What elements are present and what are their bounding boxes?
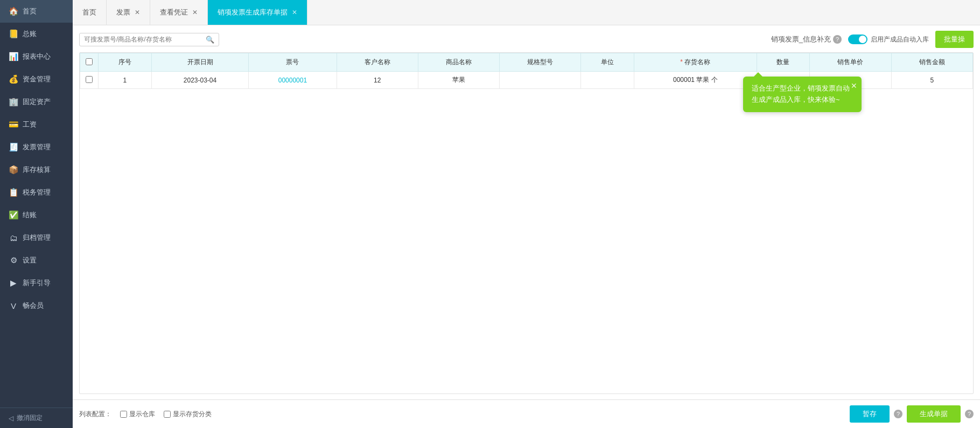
table-header-row: 序号 开票日期 票号 客户名称 商品名称 规格型号 单位 * 存货名称 数量 销… [80, 53, 973, 72]
guide-icon: ▶ [9, 278, 18, 288]
header-date: 开票日期 [151, 53, 249, 72]
home-icon: 🏠 [9, 6, 18, 16]
show-category-label[interactable]: 显示存货分类 [164, 410, 212, 419]
sidebar-item-inventory[interactable]: 📦 库存核算 [0, 158, 73, 181]
header-checkbox-cell[interactable] [80, 53, 99, 72]
search-box[interactable]: 🔍 [79, 33, 219, 46]
generate-button[interactable]: 生成单据 [907, 405, 961, 423]
info-icon: ? [833, 35, 842, 44]
tab-voucher-close[interactable]: ✕ [192, 9, 198, 16]
header-unit: 单位 [581, 53, 634, 72]
header-qty: 数量 [757, 53, 810, 72]
row-seq: 1 [99, 72, 152, 89]
sidebar-footer[interactable]: ◁ 撤消固定 [0, 408, 73, 428]
batch-button[interactable]: 批量操 [935, 31, 974, 48]
header-ticket: 票号 [249, 53, 337, 72]
row-unit [581, 72, 634, 89]
search-icon: 🔍 [206, 36, 214, 44]
header-customer: 客户名称 [337, 53, 418, 72]
toolbar-right: 销项发票_信息补充 ? 启用产成品自动入库 批量操 [771, 31, 974, 48]
settings-icon: ⚙ [9, 256, 18, 265]
sidebar-item-guide[interactable]: ▶ 新手引导 [0, 272, 73, 294]
row-amount: 5 [891, 72, 972, 89]
header-inventory: * 存货名称 [634, 53, 757, 72]
ledger-icon: 📒 [9, 29, 18, 39]
sidebar-item-salary[interactable]: 💳 工资 [0, 113, 73, 136]
unpin-icon: ◁ [9, 415, 13, 422]
sidebar-item-assets[interactable]: 🏢 固定资产 [0, 91, 73, 113]
row-checkbox-cell[interactable] [80, 72, 99, 89]
tab-home[interactable]: 首页 [73, 0, 107, 25]
sidebar-item-invoice[interactable]: 🧾 发票管理 [0, 136, 73, 158]
tab-bar: 首页 发票 ✕ 查看凭证 ✕ 销项发票生成库存单据 ✕ [73, 0, 980, 25]
row-product: 苹果 [418, 72, 499, 89]
tab-invoice[interactable]: 发票 ✕ [107, 0, 150, 25]
sidebar-item-ledger[interactable]: 📒 总账 [0, 23, 73, 45]
tooltip-close-button[interactable]: ✕ [851, 80, 857, 92]
toggle-group: 启用产成品自动入库 [848, 34, 929, 44]
tooltip-popup: ✕ 适合生产型企业，销项发票自动生成产成品入库，快来体验~ [743, 77, 862, 112]
sidebar-item-archive[interactable]: 🗂 归档管理 [0, 226, 73, 249]
sidebar-item-closing[interactable]: ✅ 结账 [0, 204, 73, 226]
show-warehouse-label[interactable]: 显示仓库 [120, 410, 155, 419]
sidebar-item-tax[interactable]: 📋 税务管理 [0, 181, 73, 204]
header-spec: 规格型号 [500, 53, 581, 72]
sidebar: 🏠 首页 📒 总账 📊 报表中心 💰 资金管理 🏢 固定资产 💳 工资 🧾 发票… [0, 0, 73, 428]
sidebar-item-settings[interactable]: ⚙ 设置 [0, 249, 73, 272]
member-icon: V [9, 301, 18, 310]
archive-icon: 🗂 [9, 233, 18, 243]
closing-icon: ✅ [9, 210, 18, 220]
toolbar-top: 🔍 销项发票_信息补充 ? 启用产成品自动入库 批量操 [79, 31, 974, 48]
tab-voucher[interactable]: 查看凭证 ✕ [150, 0, 208, 25]
generate-info-icon: ? [965, 410, 974, 418]
content-area: 🔍 销项发票_信息补充 ? 启用产成品自动入库 批量操 [73, 25, 980, 399]
row-date: 2023-03-04 [151, 72, 249, 89]
header-unit-price: 销售单价 [810, 53, 891, 72]
row-inventory[interactable]: 000001 苹果 个 [634, 72, 757, 89]
row-checkbox[interactable] [86, 76, 93, 83]
inventory-icon: 📦 [9, 165, 18, 175]
list-config-label: 列表配置： [79, 410, 111, 419]
tooltip-text: 适合生产型企业，销项发票自动生成产成品入库，快来体验~ [752, 84, 850, 103]
search-input[interactable] [84, 36, 202, 43]
bottom-actions: 暂存 ? 生成单据 ? [850, 405, 974, 423]
invoice-icon: 🧾 [9, 142, 18, 152]
tab-invoice-close[interactable]: ✕ [135, 9, 140, 16]
salary-icon: 💳 [9, 120, 18, 129]
tax-icon: 📋 [9, 188, 18, 197]
show-warehouse-checkbox[interactable] [120, 411, 127, 418]
sidebar-item-funds[interactable]: 💰 资金管理 [0, 68, 73, 91]
sidebar-item-reports[interactable]: 📊 报表中心 [0, 45, 73, 68]
sidebar-item-member[interactable]: V 畅会员 [0, 294, 73, 317]
main-area: 首页 发票 ✕ 查看凭证 ✕ 销项发票生成库存单据 ✕ 🔍 销项发票_信息补充 [73, 0, 980, 428]
assets-icon: 🏢 [9, 97, 18, 107]
sidebar-item-home[interactable]: 🏠 首页 [0, 0, 73, 23]
info-label: 销项发票_信息补充 ? [771, 34, 842, 44]
header-amount: 销售金额 [891, 53, 972, 72]
row-spec [500, 72, 581, 89]
row-customer: 12 [337, 72, 418, 89]
header-seq: 序号 [99, 53, 152, 72]
select-all-checkbox[interactable] [86, 58, 93, 65]
reports-icon: 📊 [9, 52, 18, 61]
auto-inbound-toggle[interactable] [848, 34, 867, 44]
tab-stock-order[interactable]: 销项发票生成库存单据 ✕ [208, 0, 307, 25]
save-info-icon: ? [894, 410, 902, 418]
bottom-bar: 列表配置： 显示仓库 显示存货分类 暂存 ? 生成单据 ? [73, 399, 980, 428]
row-ticket[interactable]: 00000001 [249, 72, 337, 89]
tab-stock-order-close[interactable]: ✕ [292, 9, 297, 16]
header-product: 商品名称 [418, 53, 499, 72]
save-button[interactable]: 暂存 [850, 405, 890, 423]
funds-icon: 💰 [9, 74, 18, 84]
show-category-checkbox[interactable] [164, 411, 171, 418]
